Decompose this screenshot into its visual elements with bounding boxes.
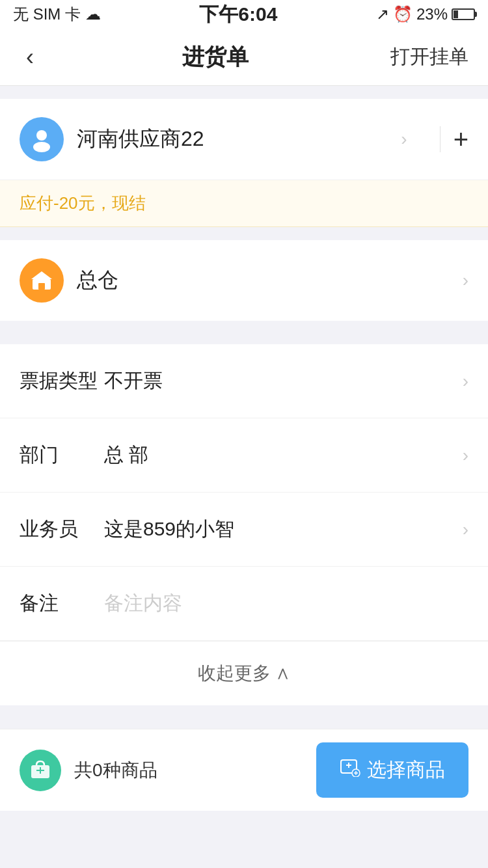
supplier-section: 河南供应商22 › + 应付-20元，现结 <box>0 99 488 227</box>
nav-bar: ‹ 进货单 打开挂单 <box>0 29 488 86</box>
svg-rect-4 <box>38 283 45 290</box>
open-pending-button[interactable]: 打开挂单 <box>390 44 468 70</box>
sim-signal: 无 SIM 卡 ☁ <box>13 4 101 25</box>
status-right: ↗ ⏰ 23% <box>376 5 475 23</box>
remark-row[interactable]: 备注 备注内容 <box>0 567 488 641</box>
page-background <box>0 811 488 868</box>
invoice-type-row[interactable]: 票据类型 不开票 › <box>0 344 488 418</box>
add-supplier-button[interactable]: + <box>454 125 468 154</box>
select-product-label: 选择商品 <box>367 757 445 783</box>
section-gap-3 <box>0 321 488 334</box>
dept-value: 总 部 <box>104 442 463 468</box>
staff-row[interactable]: 业务员 这是859的小智 › <box>0 493 488 567</box>
invoice-chevron-icon: › <box>463 371 468 392</box>
status-time: 下午6:04 <box>199 1 277 28</box>
supplier-avatar <box>20 117 64 161</box>
invoice-label: 票据类型 <box>20 368 104 394</box>
battery-text: 23% <box>416 5 448 23</box>
warehouse-row[interactable]: 总仓 › <box>0 240 488 321</box>
remark-label: 备注 <box>20 590 104 617</box>
bottom-bar: 共0种商品 选择商品 <box>0 729 488 811</box>
dept-label: 部门 <box>20 442 104 468</box>
supplier-row[interactable]: 河南供应商22 › + <box>0 99 488 180</box>
staff-label: 业务员 <box>20 516 104 543</box>
warehouse-icon <box>20 258 64 303</box>
staff-value: 这是859的小智 <box>104 516 463 543</box>
warehouse-section: 总仓 › <box>0 240 488 321</box>
status-bar: 无 SIM 卡 ☁ 下午6:04 ↗ ⏰ 23% <box>0 0 488 29</box>
svg-point-0 <box>36 130 47 141</box>
notice-bar: 应付-20元，现结 <box>0 180 488 227</box>
battery-icon <box>452 8 475 20</box>
dept-row[interactable]: 部门 总 部 › <box>0 418 488 493</box>
select-product-button[interactable]: 选择商品 <box>316 742 468 798</box>
supplier-chevron-icon: › <box>401 129 407 150</box>
svg-point-1 <box>33 142 50 152</box>
invoice-value: 不开票 <box>104 368 463 394</box>
location-icon: ↗ <box>376 5 389 23</box>
supplier-name: 河南供应商22 <box>77 125 401 154</box>
warehouse-name: 总仓 <box>77 266 463 295</box>
section-gap-1 <box>0 86 488 99</box>
product-icon <box>20 750 61 791</box>
status-left: 无 SIM 卡 ☁ <box>13 4 101 25</box>
page-title: 进货单 <box>182 42 249 72</box>
section-gap-2 <box>0 227 488 240</box>
svg-marker-3 <box>31 271 52 279</box>
dept-chevron-icon: › <box>463 445 468 466</box>
warehouse-chevron-icon: › <box>463 270 468 291</box>
supplier-divider <box>440 126 441 152</box>
product-count: 共0种商品 <box>74 758 316 783</box>
select-product-icon <box>340 759 360 781</box>
collapse-button[interactable]: 收起更多 ∧ <box>0 641 488 705</box>
alarm-icon: ⏰ <box>393 5 413 23</box>
section-gap-4 <box>0 705 488 718</box>
staff-chevron-icon: › <box>463 519 468 540</box>
back-button[interactable]: ‹ <box>20 37 40 77</box>
remark-input[interactable]: 备注内容 <box>104 590 468 617</box>
form-section: 票据类型 不开票 › 部门 总 部 › 业务员 这是859的小智 › 备注 备注… <box>0 344 488 705</box>
